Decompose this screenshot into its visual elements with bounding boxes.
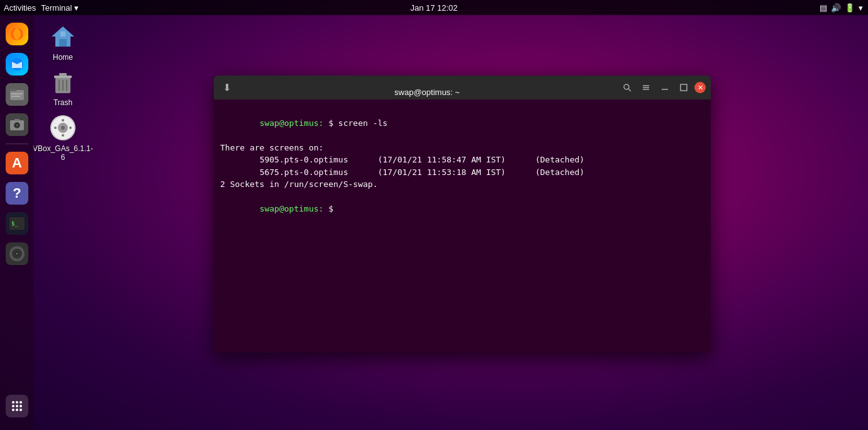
svg-rect-31 xyxy=(59,73,67,76)
files-icon xyxy=(6,83,28,106)
desktop-icons: Home Trash xyxy=(41,21,85,162)
battery-icon[interactable]: 🔋 xyxy=(845,3,855,13)
desktop-icon-home[interactable]: Home xyxy=(41,21,85,62)
desktop: Activities Terminal ▾ Jan 17 12:02 ▤ 🔊 🔋… xyxy=(0,0,868,430)
svg-point-21 xyxy=(16,405,18,407)
desktop-icon-trash[interactable]: Trash xyxy=(41,67,85,107)
dock-item-files[interactable] xyxy=(0,81,34,108)
cmd-2: $ xyxy=(323,204,338,213)
topbar-left: Activities Terminal ▾ xyxy=(0,3,79,13)
terminal-window: swap@optimus: ~ ✕ swap@optimus xyxy=(214,76,711,353)
trash-icon xyxy=(48,67,78,97)
home-icon xyxy=(48,21,78,52)
terminal-menu-arrow-icon: ▾ xyxy=(74,3,79,13)
cmd-1: $ screen -ls xyxy=(323,118,387,128)
svg-text:$_: $_ xyxy=(11,220,18,227)
dock-bottom xyxy=(4,392,30,420)
svg-point-17 xyxy=(12,401,14,404)
svg-point-24 xyxy=(16,409,18,411)
terminal-line-5: 2 Sockets in /run/screen/S-swap. xyxy=(220,178,704,191)
apps-grid-icon xyxy=(6,395,28,417)
system-menu-arrow-icon[interactable]: ▾ xyxy=(859,3,863,13)
svg-point-9 xyxy=(16,124,18,127)
terminal-menu[interactable]: Terminal ▾ xyxy=(41,3,79,13)
terminal-line-1: swap@optimus: $ screen -ls xyxy=(220,105,704,142)
dock-item-terminal[interactable]: $_ xyxy=(0,210,34,237)
vbox-icon-label: VBox_GAs_6.1.1-6 xyxy=(33,144,93,162)
svg-rect-27 xyxy=(59,39,67,47)
svg-point-40 xyxy=(62,134,64,137)
minimize-button[interactable] xyxy=(657,79,673,96)
thunderbird-icon xyxy=(6,53,28,76)
dock-item-help[interactable]: ? xyxy=(0,179,34,207)
network-icon[interactable]: ▤ xyxy=(820,3,827,13)
sound-icon[interactable]: 🔊 xyxy=(831,3,841,13)
dock-item-disc[interactable] xyxy=(0,240,34,268)
hamburger-button[interactable] xyxy=(638,79,654,96)
terminal-line-2: There are screens on: xyxy=(220,142,704,154)
terminal-menu-label: Terminal xyxy=(41,3,72,13)
search-button[interactable] xyxy=(619,79,635,96)
svg-point-22 xyxy=(19,405,22,407)
dock-item-firefox[interactable] xyxy=(0,20,34,48)
topbar: Activities Terminal ▾ Jan 17 12:02 ▤ 🔊 🔋… xyxy=(0,0,868,15)
terminal-content[interactable]: swap@optimus: $ screen -ls There are scr… xyxy=(214,99,711,353)
svg-point-18 xyxy=(16,401,18,404)
svg-point-19 xyxy=(19,401,22,404)
desktop-icon-vbox[interactable]: VBox_GAs_6.1.1-6 xyxy=(41,113,85,162)
terminal-titlebar: swap@optimus: ~ ✕ xyxy=(214,76,711,99)
software-icon: A xyxy=(6,152,28,174)
svg-point-20 xyxy=(12,405,14,407)
help-icon: ? xyxy=(6,182,28,205)
prompt-1: swap@optimus: xyxy=(260,118,324,128)
terminal-line-4: 5675.pts-0.optimus (17/01/21 11:53:18 AM… xyxy=(220,166,704,179)
svg-point-39 xyxy=(62,119,64,122)
titlebar-left-controls xyxy=(219,79,235,96)
maximize-button[interactable] xyxy=(676,79,692,96)
terminal-dock-icon: $_ xyxy=(6,212,28,235)
svg-rect-51 xyxy=(681,84,687,91)
pin-icon[interactable] xyxy=(219,79,235,96)
screenshot-icon xyxy=(6,113,28,136)
svg-line-46 xyxy=(628,89,631,91)
titlebar-right-controls: ✕ xyxy=(619,79,706,96)
svg-point-23 xyxy=(12,409,14,411)
dock-item-screenshot[interactable] xyxy=(0,111,34,139)
prompt-2: swap@optimus: xyxy=(260,204,324,213)
dock-item-software[interactable]: A xyxy=(0,149,34,177)
disc-icon xyxy=(6,242,28,265)
firefox-icon xyxy=(6,23,28,45)
svg-point-25 xyxy=(19,409,22,411)
svg-point-42 xyxy=(69,127,72,129)
terminal-line-6: swap@optimus: $ xyxy=(220,191,704,228)
svg-point-41 xyxy=(54,127,57,129)
svg-rect-3 xyxy=(10,89,16,91)
svg-marker-44 xyxy=(225,89,230,91)
terminal-line-3: 5905.pts-0.optimus (17/01/21 11:58:47 AM… xyxy=(220,154,704,166)
dock-item-thunderbird[interactable] xyxy=(0,50,34,78)
dock-item-apps-grid[interactable] xyxy=(4,392,30,420)
terminal-title: swap@optimus: ~ xyxy=(394,88,460,97)
trash-icon-label: Trash xyxy=(53,98,72,107)
svg-point-38 xyxy=(61,126,65,130)
svg-rect-5 xyxy=(11,96,20,97)
dock: A ? $_ xyxy=(0,15,34,430)
topbar-right: ▤ 🔊 🔋 ▾ xyxy=(820,3,868,13)
close-button[interactable]: ✕ xyxy=(694,82,706,93)
svg-rect-10 xyxy=(14,119,19,121)
svg-rect-30 xyxy=(54,76,72,78)
home-icon-label: Home xyxy=(53,53,73,62)
svg-point-16 xyxy=(16,253,18,255)
svg-rect-28 xyxy=(60,31,65,37)
svg-rect-4 xyxy=(11,93,23,94)
svg-rect-43 xyxy=(226,84,228,89)
vbox-icon xyxy=(48,113,78,143)
dock-separator-1 xyxy=(6,144,28,144)
svg-rect-2 xyxy=(10,90,24,100)
activities-button[interactable]: Activities xyxy=(4,3,36,13)
topbar-datetime: Jan 17 12:02 xyxy=(410,3,457,13)
svg-point-45 xyxy=(624,84,629,89)
